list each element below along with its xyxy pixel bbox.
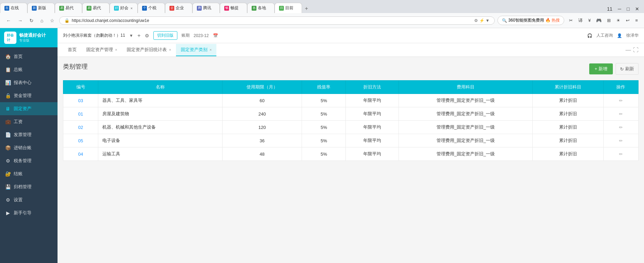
close-window-button[interactable]: ✕ [633, 5, 641, 13]
sidebar-item-salary[interactable]: 💼 工资 [0, 115, 58, 128]
address-bar[interactable]: 🔒 https://cloud.chanjet.com/accounting/u… [59, 16, 494, 25]
cell-expense: 管理费用_固定资产折旧_一级 [399, 121, 533, 134]
browser-tab-11[interactable]: 目 目前 [275, 3, 302, 13]
add-button[interactable]: + 新增 [589, 63, 613, 74]
bookmark-button[interactable]: ☆ [48, 16, 56, 25]
cell-accum: 累计折旧 [533, 134, 603, 147]
edit-icon[interactable]: ✏ [619, 125, 623, 130]
grid-icon[interactable]: ⊞ [605, 16, 613, 24]
tab-favicon-9: 畅 [224, 6, 229, 11]
sidebar-item-settings[interactable]: ⚙ 设置 [0, 193, 58, 206]
undo-icon[interactable]: ↩ [624, 16, 632, 24]
cell-period: 240 [222, 107, 302, 121]
browser-tab-9[interactable]: 畅 畅提 [220, 3, 247, 13]
tab-depreciation-close[interactable]: × [169, 48, 171, 52]
tax-icon: ⚙ [5, 158, 11, 164]
cell-code[interactable]: 04 [63, 147, 98, 161]
sidebar-item-guide[interactable]: ▶ 新手引导 [0, 206, 58, 219]
browser-tab-8[interactable]: 腾 腾讯 [192, 3, 220, 13]
window-collapse-button[interactable]: — [626, 47, 631, 53]
cell-action[interactable]: ✏ [603, 94, 638, 107]
page-title: 类别管理 [63, 62, 88, 71]
table-body: 03 器具、工具、家具等 60 5% 年限平均 管理费用_固定资产折旧_一级 累… [63, 94, 639, 161]
edit-icon[interactable]: ✏ [619, 111, 623, 117]
sidebar-item-closing[interactable]: 🔐 结账 [0, 167, 58, 180]
menu-icon[interactable]: ≡ [633, 16, 640, 24]
tab-close-5[interactable]: × [130, 6, 133, 11]
tab-home[interactable]: 首页 [63, 44, 81, 56]
tab-count-badge[interactable]: 11 [605, 5, 615, 13]
back-button[interactable]: ← [4, 16, 13, 25]
browser-tab-5[interactable]: 好 好会 × [110, 3, 138, 13]
edit-icon[interactable]: ✏ [619, 138, 623, 143]
sidebar-label-home: 首页 [14, 53, 23, 60]
tab-asset-mgmt[interactable]: 固定资产管理 × [81, 44, 122, 56]
cell-code[interactable]: 03 [63, 94, 98, 107]
dropdown-button[interactable]: ▼ [129, 33, 133, 38]
logo-title: 畅捷通好会计 [19, 33, 46, 38]
sidebar-item-inventory[interactable]: 📦 进销台账 [0, 141, 58, 154]
search-placeholder-text: 360智能抠图免费用 [508, 17, 544, 23]
game-icon[interactable]: 🎮 [594, 16, 604, 24]
add-account-button[interactable]: + [137, 33, 140, 39]
cell-code[interactable]: 02 [63, 121, 98, 134]
tab-category[interactable]: 固定资产类别 × [176, 44, 216, 56]
browser-tab-4[interactable]: 易 易代 [82, 3, 110, 13]
browser-tab-6[interactable]: 个 个税 [138, 3, 165, 13]
cell-method: 年限平均 [346, 134, 399, 147]
sidebar-label-fixed-assets: 固定资产 [14, 106, 31, 112]
edit-icon[interactable]: ✏ [619, 152, 623, 157]
cell-action[interactable]: ✏ [603, 147, 638, 161]
new-tab-button[interactable]: + [302, 4, 311, 13]
browser-tab-10[interactable]: 各 各地 [247, 3, 275, 13]
sidebar-label-salary: 工资 [14, 119, 23, 125]
window-expand-button[interactable]: ⛶ [633, 47, 639, 53]
minimize-button[interactable]: ─ [616, 5, 623, 13]
cell-name: 机器、机械和其他生产设备 [98, 121, 223, 134]
tab-asset-mgmt-close[interactable]: × [115, 48, 117, 52]
sidebar-item-ledger[interactable]: 📋 总账 [0, 63, 58, 76]
tab-category-close[interactable]: × [210, 48, 212, 52]
translate-icon[interactable]: 译 [576, 16, 585, 25]
calendar-icon[interactable]: 📅 [213, 33, 218, 38]
settings-account-button[interactable]: ⚙ [145, 33, 149, 38]
sidebar-item-reports[interactable]: 📊 报表中心 [0, 76, 58, 89]
wallet-icon[interactable]: ¥ [586, 16, 593, 24]
cell-name: 电子设备 [98, 134, 223, 147]
sidebar-item-funds[interactable]: 🔒 资金管理 [0, 89, 58, 102]
edit-icon[interactable]: ✏ [619, 98, 623, 103]
address-dropdown[interactable]: ⚙ ⚡ ▼ [474, 18, 490, 23]
forward-button[interactable]: → [16, 16, 25, 25]
cell-action[interactable]: ✏ [603, 121, 638, 134]
cell-method: 年限平均 [346, 94, 399, 107]
cell-action[interactable]: ✏ [603, 134, 638, 147]
browser-tab-3[interactable]: 易 易代 [55, 3, 82, 13]
table-header: 编号 名称 使用期限（月） 残值率 折旧方法 费用科目 累计折旧科目 操作 [63, 81, 639, 94]
browser-tab-7[interactable]: 企 企业 [165, 3, 192, 13]
browser-tab-2[interactable]: 新 新版 [27, 3, 55, 13]
cell-method: 年限平均 [346, 107, 399, 121]
cell-code[interactable]: 05 [63, 134, 98, 147]
refresh-button[interactable]: ↻ 刷新 [616, 63, 639, 75]
tab-favicon-4: 易 [87, 6, 91, 11]
cut-icon[interactable]: ✂ [567, 16, 575, 24]
switch-version-button[interactable]: 切到旧版 [153, 31, 177, 40]
support-label[interactable]: 人工咨询 [596, 33, 613, 38]
browser-chrome: 在 在线 新 新版 易 易代 易 易代 好 好会 × 个 个税 企 企业 腾 [0, 0, 644, 28]
tab-depreciation[interactable]: 固定资产折旧统计表 × [122, 44, 176, 56]
tab-title-10: 各地 [258, 5, 270, 11]
home-button[interactable]: ⌂ [38, 16, 45, 25]
browser-tab-1[interactable]: 在 在线 [0, 3, 27, 13]
cell-code[interactable]: 01 [63, 107, 98, 121]
refresh-button[interactable]: ↻ [27, 16, 36, 25]
cell-action[interactable]: ✏ [603, 107, 638, 121]
maximize-button[interactable]: □ [625, 5, 632, 13]
brightness-icon[interactable]: ☀ [614, 16, 622, 24]
sidebar-item-archive[interactable]: 💾 归档管理 [0, 180, 58, 193]
sidebar-item-invoice[interactable]: 📄 发票管理 [0, 128, 58, 141]
search-bar[interactable]: 🔍 360智能抠图免费用 🔥 热搜 [497, 16, 564, 25]
sidebar-item-home[interactable]: 🏠 首页 [0, 50, 58, 63]
cell-period: 36 [222, 134, 302, 147]
sidebar-item-tax[interactable]: ⚙ 税务管理 [0, 154, 58, 167]
sidebar-item-fixed-assets[interactable]: 🖥 固定资产 [0, 102, 58, 115]
